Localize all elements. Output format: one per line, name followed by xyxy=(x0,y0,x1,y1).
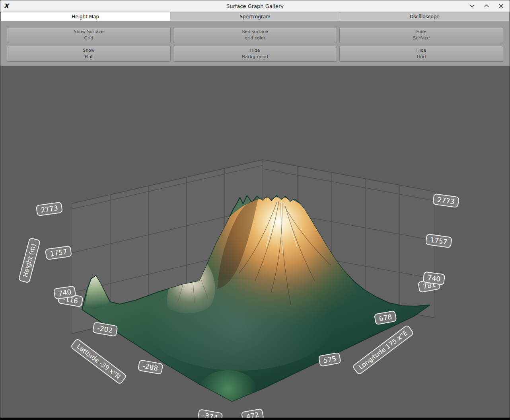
surface-3d-view[interactable]: -116 -202 -288 -374 781 678 575 472 2773… xyxy=(0,66,510,418)
chevron-down-icon[interactable] xyxy=(469,3,475,9)
show-flat-button[interactable]: Show Flat xyxy=(7,46,171,62)
title-bar[interactable]: X Surface Graph Gallery xyxy=(0,0,510,12)
red-surface-grid-color-button[interactable]: Red surface grid color xyxy=(173,27,337,43)
close-x-icon[interactable] xyxy=(498,3,504,9)
button-label-line2: Surface xyxy=(413,35,430,41)
hide-grid-button[interactable]: Hide Grid xyxy=(339,46,503,62)
button-label-line1: Show xyxy=(83,47,95,54)
tab-bar: Height Map Spectrogram Oscilloscope xyxy=(0,12,510,21)
toolbar: Show Surface Grid Red surface grid color… xyxy=(0,21,510,66)
tab-spectrogram[interactable]: Spectrogram xyxy=(170,12,340,21)
chevron-up-icon[interactable] xyxy=(483,3,490,9)
button-label-line2: Background xyxy=(242,54,268,60)
hide-surface-button[interactable]: Hide Surface xyxy=(339,27,503,43)
window-bottom-edge xyxy=(0,418,510,420)
window-title: Surface Graph Gallery xyxy=(0,3,510,9)
button-label-line2: Grid xyxy=(417,54,426,60)
app-window: X Surface Graph Gallery Height Map Spect… xyxy=(0,0,510,420)
tab-oscilloscope[interactable]: Oscilloscope xyxy=(340,12,510,21)
button-label-line1: Hide xyxy=(416,29,426,35)
button-label-line2: grid color xyxy=(245,35,265,41)
button-label-line1: Show Surface xyxy=(74,29,103,35)
hide-background-button[interactable]: Hide Background xyxy=(173,46,337,62)
button-label-line1: Hide xyxy=(250,47,260,54)
button-label-line1: Hide xyxy=(416,47,426,54)
button-label-line2: Grid xyxy=(84,35,93,41)
tab-height-map[interactable]: Height Map xyxy=(0,12,170,21)
button-label-line1: Red surface xyxy=(242,29,268,35)
window-controls xyxy=(469,3,510,9)
show-surface-grid-button[interactable]: Show Surface Grid xyxy=(7,27,171,43)
front-corner-glow xyxy=(199,370,257,408)
button-label-line2: Flat xyxy=(85,54,93,60)
